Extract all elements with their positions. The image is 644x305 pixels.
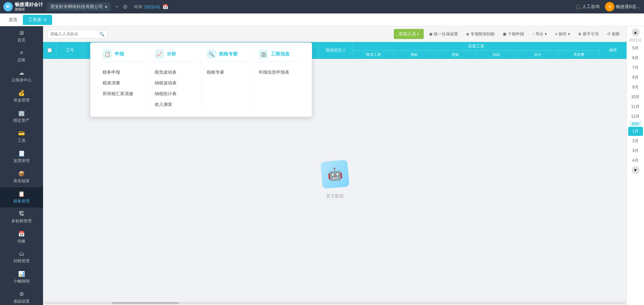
settings-icon[interactable]: ⚙ [123, 4, 127, 10]
popup-item-annual-report[interactable]: 年报信息申报表 [259, 67, 300, 78]
sidebar-item-settings[interactable]: ⚙ 基础设置 [0, 288, 43, 305]
col-total: 合计 [517, 51, 559, 59]
social-icon: ◉ [429, 32, 432, 36]
popup-item-tax-flow[interactable]: 纳税波动表 [155, 78, 196, 88]
popup-item-income-calc[interactable]: 收入测算 [155, 99, 196, 110]
popup-item-tax-burden[interactable]: 税负波动表 [155, 67, 196, 78]
timeline-month-8[interactable]: 8月 [628, 73, 643, 82]
export-dropdown-icon: ▾ [545, 32, 547, 36]
timeline-year-2023: 2023 [630, 121, 641, 126]
popup-item-tax-stats[interactable]: 纳税统计表 [155, 88, 196, 99]
search-box: 🔍 [47, 30, 108, 38]
refresh-btn[interactable]: ↺ 刷新 [604, 30, 622, 38]
tab-close-icon[interactable]: ✕ [43, 17, 47, 22]
popup-item-expert[interactable]: 税检专家 [207, 67, 248, 78]
timeline-month-1[interactable]: 1月 [628, 127, 643, 136]
avatar: B [605, 2, 614, 11]
top-header: 好 畅捷通好会计 旗舰版 西安虾米网络科技有限公司 ▾ ＋ ⚙ 账期 2023-… [0, 0, 644, 13]
sidebar-item-tax[interactable]: 📋 税务管理 [0, 187, 43, 207]
inventory-icon: 📦 [18, 170, 25, 177]
popup-declare-header: 📋 申报 [103, 49, 144, 62]
sidebar-item-inventory[interactable]: 📦 库存核算 [0, 167, 43, 187]
tax-report-btn[interactable]: ▣ 个税申报 [500, 30, 527, 38]
sidebar-item-salary[interactable]: 💳 工资 [0, 127, 43, 147]
operate-btn[interactable]: ≡ 操作 ▾ [552, 30, 573, 38]
tab-salary[interactable]: 工资表 ✕ [23, 15, 52, 25]
user-area[interactable]: B 畅捷通B追… [605, 2, 641, 11]
gear-icon: ⚙ [19, 291, 24, 297]
timeline-month-2[interactable]: 2月 [628, 137, 643, 146]
timeline-month-3[interactable]: 3月 [628, 146, 643, 155]
toolbar: 🔍 添加人员 ▾ ◉ 统一社保设置 ◈ 专项附加扣除 ▣ 个税申报 ↑ 导出 [43, 26, 627, 42]
company-selector[interactable]: 西安虾米网络科技有限公司 ▾ [47, 2, 111, 11]
sidebar-item-funds[interactable]: 💰 资金管理 [0, 86, 43, 107]
col-ops: 操作 [600, 42, 627, 59]
calendar-icon[interactable]: 📅 [162, 4, 168, 9]
period-area: 账期 2023-01 📅 [134, 4, 168, 10]
tax-report-icon: ▣ [503, 32, 506, 36]
timeline-month-5[interactable]: 5月 [628, 44, 643, 53]
close-period-icon: 📅 [18, 231, 25, 237]
select-all-checkbox[interactable] [43, 42, 56, 59]
timeline-down-arrow[interactable]: ▼ [632, 166, 640, 174]
col-report-status[interactable]: 报送状态 ▽ [319, 42, 352, 59]
guide-toolbar-icon: ⊕ [578, 32, 581, 36]
sidebar-item-invoice[interactable]: 🧾 发票管理 [0, 147, 43, 167]
assets-icon: 🏢 [18, 110, 25, 116]
salary-group: 应发工资 *基本工资 津贴 绩效 扣款 合计 养老费 [352, 42, 600, 59]
timeline-up-arrow[interactable]: ▲ [632, 28, 640, 36]
timeline-month-9[interactable]: 9月 [628, 83, 643, 92]
company-name: 西安虾米网络科技有限公司 [50, 4, 103, 10]
social-insurance-btn[interactable]: ◉ 统一社保设置 [426, 30, 461, 38]
funds-icon: 💰 [18, 90, 25, 96]
timeline-month-4[interactable]: 4月 [628, 156, 643, 165]
timeline-month-6[interactable]: 6月 [628, 53, 643, 63]
ai-service-btn[interactable]: 🎧 人工咨询 [575, 4, 600, 10]
sidebar-item-multi[interactable]: 🏗 多机构管理 [0, 207, 43, 227]
scrollbar-thumb[interactable] [112, 302, 179, 304]
main-layout: ⊞ 首页 ≡ 总账 ☁ 云报表中心 💰 资金管理 🏢 固定资产 💳 工资 🧾 发… [0, 26, 644, 305]
timeline-month-12[interactable]: 12月 [628, 112, 643, 121]
business-icon: 🏢 [259, 49, 268, 59]
checkbox-all[interactable] [47, 48, 52, 52]
popup-cols: 📋 申报 税务申报 税表清册 所得税汇算清缴 [97, 49, 305, 110]
logo-icon: 好 [3, 2, 13, 11]
refresh-icon: ↺ [607, 32, 610, 36]
empty-text: 暂无数据 [326, 193, 344, 199]
special-deduction-btn[interactable]: ◈ 专项附加扣除 [463, 30, 497, 38]
sidebar-item-report[interactable]: 📊 小畅报销 [0, 267, 43, 288]
popup-item-tax-table[interactable]: 税表清册 [103, 78, 144, 88]
sidebar: ⊞ 首页 ≡ 总账 ☁ 云报表中心 💰 资金管理 🏢 固定资产 💳 工资 🧾 发… [0, 26, 43, 305]
col-pension: 养老费 [559, 51, 600, 59]
analysis-icon: 📈 [155, 49, 164, 59]
sidebar-item-cloud[interactable]: ☁ 云报表中心 [0, 66, 43, 86]
tab-home[interactable]: 首页 [3, 15, 23, 25]
horizontal-scrollbar[interactable] [43, 301, 627, 305]
chevron-down-icon: ▾ [105, 4, 107, 9]
sidebar-item-home[interactable]: ⊞ 首页 [0, 26, 43, 46]
guide-btn[interactable]: ⊕ 新手引导 [575, 30, 602, 38]
sidebar-item-ledger[interactable]: ≡ 总账 [0, 46, 43, 66]
period-value[interactable]: 2023-01 [144, 4, 160, 9]
sidebar-item-archive[interactable]: 🗂 归档管理 [0, 247, 43, 267]
timeline-month-10[interactable]: 10月 [628, 92, 643, 102]
operate-dropdown-icon: ▾ [568, 32, 570, 36]
export-btn[interactable]: ↑ 导出 ▾ [529, 30, 550, 38]
salary-sub-cols: *基本工资 津贴 绩效 扣款 合计 养老费 [352, 51, 600, 59]
sidebar-item-close[interactable]: 📅 结账 [0, 227, 43, 247]
timeline-month-7[interactable]: 7月 [628, 63, 643, 72]
add-company-icon[interactable]: ＋ [115, 4, 119, 10]
home-icon: ⊞ [20, 30, 24, 36]
app-title: 畅捷通好会计 [15, 2, 43, 7]
timeline-month-11[interactable]: 11月 [628, 102, 643, 111]
sidebar-item-assets[interactable]: 🏢 固定资产 [0, 107, 43, 127]
popup-business-header: 🏢 工商信息 [259, 49, 300, 62]
content-area: 🔍 添加人员 ▾ ◉ 统一社保设置 ◈ 专项附加扣除 ▣ 个税申报 ↑ 导出 [43, 26, 627, 305]
expert-icon: 🔍 [207, 49, 216, 59]
popup-item-tax-declare[interactable]: 税务申报 [103, 67, 144, 78]
user-name: 畅捷通B追… [616, 4, 641, 10]
add-person-button[interactable]: 添加人员 ▾ [394, 29, 424, 39]
search-icon[interactable]: 🔍 [99, 32, 105, 37]
search-input[interactable] [50, 32, 97, 36]
popup-item-income-tax[interactable]: 所得税汇算清缴 [103, 88, 144, 99]
